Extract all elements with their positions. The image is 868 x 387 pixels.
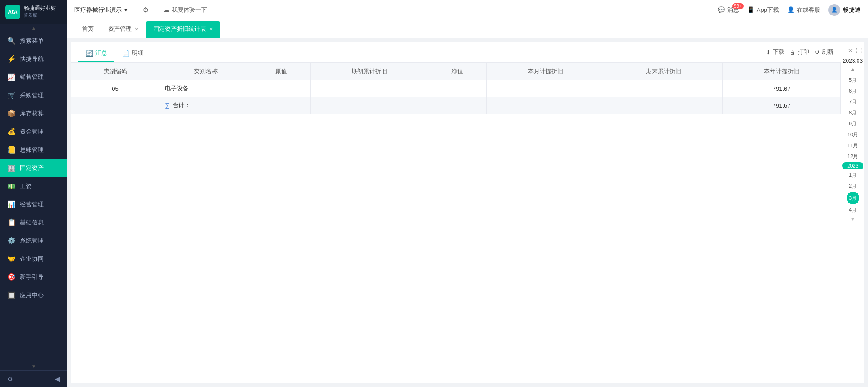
service-icon: 👤 — [787, 6, 794, 13]
sidebar: AtA 畅捷通好业财 普及版 ▲ 🔍 搜索菜单 ⚡ 快捷导航 📈 销售管理 🛒 … — [0, 0, 67, 387]
rp-arrow-down[interactable]: ▼ — [850, 216, 856, 223]
sidebar-item-fixed-assets[interactable]: 🏢 固定资产 — [0, 159, 67, 177]
summary-tab-icon: 🔄 — [85, 50, 93, 57]
rp-month-9[interactable]: 9月 — [842, 119, 863, 129]
refresh-button[interactable]: ↺ 刷新 — [815, 48, 833, 56]
sidebar-item-search[interactable]: 🔍 搜索菜单 — [0, 32, 67, 50]
row-name: 电子设备 — [159, 80, 252, 97]
online-service-button[interactable]: 👤 在线客服 — [787, 6, 820, 14]
col-code: 类别编码 — [71, 63, 159, 80]
sidebar-item-guide[interactable]: 🎯 新手引导 — [0, 268, 67, 286]
sidebar-item-purchase[interactable]: 🛒 采购管理 — [0, 86, 67, 104]
inventory-icon: 📦 — [7, 109, 15, 118]
download-button[interactable]: ⬇ 下载 — [766, 48, 784, 56]
app-download-button[interactable]: 📱 App下载 — [747, 6, 779, 14]
row-net — [428, 80, 487, 97]
subtotal-net — [428, 97, 487, 114]
sidebar-item-collab[interactable]: 🤝 企业协同 — [0, 250, 67, 268]
sidebar-item-funds[interactable]: 💰 资金管理 — [0, 123, 67, 141]
purchase-icon: 🛒 — [7, 91, 15, 99]
right-panel-expand-icon[interactable]: ⛶ — [856, 47, 862, 54]
search-icon: 🔍 — [7, 37, 15, 45]
sidebar-item-sales[interactable]: 📈 销售管理 — [0, 68, 67, 86]
subtotal-annual-dep: 791.67 — [723, 97, 841, 114]
topbar-divider-2 — [156, 5, 156, 15]
print-button[interactable]: 🖨 打印 — [790, 48, 809, 56]
apps-icon: 🔲 — [7, 291, 15, 299]
collapse-sidebar-icon[interactable]: ◀ — [55, 375, 60, 382]
tab-detail[interactable]: 📄 明细 — [114, 45, 151, 62]
sidebar-item-salary[interactable]: 💵 工资 — [0, 177, 67, 195]
sidebar-item-ops[interactable]: 📊 经营管理 — [0, 195, 67, 213]
sum-icon: ∑ — [165, 102, 169, 109]
inner-panel: 🔄 汇总 📄 明细 ⬇ 下载 🖨 打印 — [71, 42, 841, 383]
rp-month-7[interactable]: 7月 — [842, 97, 863, 107]
rp-nav-controls: ▲ — [850, 66, 856, 72]
sidebar-item-apps[interactable]: 🔲 应用中心 — [0, 286, 67, 304]
collab-icon: 🤝 — [7, 255, 15, 263]
rp-month-8[interactable]: 8月 — [842, 108, 863, 118]
sidebar-item-inventory[interactable]: 📦 库存核算 — [0, 104, 67, 123]
funds-icon: 💰 — [7, 128, 15, 136]
content-area: 🔄 汇总 📄 明细 ⬇ 下载 🖨 打印 — [71, 42, 864, 383]
sidebar-logo: AtA 畅捷通好业财 普及版 — [0, 0, 67, 24]
tab-summary[interactable]: 🔄 汇总 — [78, 45, 114, 62]
rp-month-11[interactable]: 11月 — [842, 140, 863, 151]
rp-month-1[interactable]: 1月 — [842, 170, 863, 180]
sales-icon: 📈 — [7, 73, 15, 81]
download-icon: ⬇ — [766, 49, 771, 55]
depreciation-table: 类别编码 类别名称 原值 期初累计折旧 净值 本月计提折旧 期末累计折旧 本年计… — [71, 62, 841, 114]
message-badge: 99+ — [732, 3, 744, 9]
row-initial-accum — [310, 80, 428, 97]
date-panel-header: 2023.03 — [842, 56, 863, 66]
row-code: 05 — [71, 80, 159, 97]
experience-button[interactable]: ☁ 我要体验一下 — [164, 6, 207, 14]
message-button[interactable]: 💬 消息 99+ — [718, 6, 739, 14]
rp-month-5[interactable]: 5月 — [842, 75, 863, 85]
tab-home[interactable]: 首页 — [74, 21, 101, 38]
company-dropdown-icon: ▾ — [124, 6, 128, 13]
rp-month-2[interactable]: 2月 — [842, 181, 863, 191]
sidebar-item-base[interactable]: 📋 基础信息 — [0, 213, 67, 232]
subtotal-label: ∑ 合计： — [159, 97, 252, 114]
sidebar-item-system[interactable]: ⚙️ 系统管理 — [0, 232, 67, 250]
row-end-accum — [605, 80, 723, 97]
company-selector[interactable]: 医疗器械行业演示 ▾ — [74, 6, 128, 14]
rp-month-12[interactable]: 12月 — [842, 151, 863, 162]
sidebar-item-ledger[interactable]: 📒 总账管理 — [0, 141, 67, 159]
inner-toolbar: ⬇ 下载 🖨 打印 ↺ 刷新 — [766, 48, 833, 60]
sidebar-scroll-up-icon[interactable]: ▲ — [31, 25, 36, 30]
tab-depreciation-close[interactable]: ✕ — [209, 26, 213, 32]
subtotal-end-accum — [605, 97, 723, 114]
tab-depreciation[interactable]: 固定资产折旧统计表 ✕ — [146, 21, 220, 38]
col-annual-dep: 本年计提折旧 — [723, 63, 841, 80]
rp-month-list: 5月 6月 7月 8月 9月 10月 11月 12月 2023 1月 2月 3月… — [841, 74, 864, 216]
rp-month-10[interactable]: 10月 — [842, 129, 863, 140]
rp-arrow-up[interactable]: ▲ — [850, 66, 856, 72]
rp-month-3-active[interactable]: 3月 — [847, 192, 859, 204]
right-panel-controls: ✕ ⛶ — [841, 45, 864, 56]
tab-asset-mgmt[interactable]: 资产管理 ✕ — [101, 21, 146, 38]
user-profile[interactable]: 👤 畅捷通 — [828, 4, 861, 16]
rp-year-2023[interactable]: 2023 — [842, 162, 863, 169]
rp-month-6[interactable]: 6月 — [842, 86, 863, 96]
right-panel-close-icon[interactable]: ✕ — [848, 47, 853, 54]
logo-icon: AtA — [5, 5, 20, 19]
message-icon: 💬 — [718, 6, 725, 13]
col-original: 原值 — [252, 63, 311, 80]
settings-footer-icon[interactable]: ⚙ — [7, 375, 13, 382]
print-icon: 🖨 — [790, 49, 796, 55]
system-icon: ⚙️ — [7, 237, 15, 245]
topbar-right: 💬 消息 99+ 📱 App下载 👤 在线客服 👤 畅捷通 — [718, 4, 861, 16]
topbar-settings-icon[interactable]: ⚙ — [143, 6, 149, 14]
topbar: 医疗器械行业演示 ▾ ⚙ ☁ 我要体验一下 💬 消息 99+ 📱 App下载 👤… — [67, 0, 868, 20]
sidebar-item-quicknav[interactable]: ⚡ 快捷导航 — [0, 50, 67, 68]
tabs-bar: 首页 资产管理 ✕ 固定资产折旧统计表 ✕ — [67, 20, 868, 38]
rp-month-4[interactable]: 4月 — [842, 205, 863, 215]
col-monthly-dep: 本月计提折旧 — [486, 63, 605, 80]
app-sub: 普及版 — [24, 12, 56, 19]
salary-icon: 💵 — [7, 182, 15, 190]
tab-asset-mgmt-close[interactable]: ✕ — [134, 26, 139, 32]
col-name: 类别名称 — [159, 63, 252, 80]
sidebar-scroll-down-icon[interactable]: ▼ — [31, 364, 36, 369]
